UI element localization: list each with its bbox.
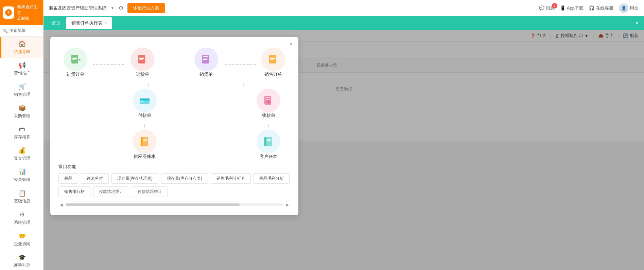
service-icon: 🎧 [589,5,594,11]
topbar-dropdown-icon[interactable]: ▼ [110,6,115,11]
svg-rect-3 [72,57,77,57]
message-icon: 💬 [539,5,544,11]
scroll-thumb [66,203,240,206]
user-profile[interactable]: 👤 用友 [619,3,639,13]
customer-ledger-node[interactable]: 客户账本 [247,130,290,160]
sidebar-item-system[interactable]: ⚙ 系统管理 [0,208,43,229]
sidebar-item-operations[interactable]: 📊 经营管理 [0,165,43,186]
message-badge: 5 [552,3,557,8]
svg-rect-9 [139,58,144,59]
home-icon: 🏠 [18,40,26,48]
svg-rect-15 [269,55,276,64]
sidebar-item-enterprise[interactable]: 🤝 企业协同 [0,229,43,250]
svg-rect-27 [141,137,142,146]
online-service-btn[interactable]: 🎧 在线客服 [589,5,613,11]
cf-btn-payment-stats[interactable]: 付款情况统计 [132,186,168,197]
svg-rect-19 [140,98,150,104]
finance-icon: 💰 [18,147,26,154]
enterprise-icon: 🤝 [18,232,26,240]
svg-text:6: 6 [7,11,10,15]
modal-overlay[interactable]: × 进货订单 [43,30,644,270]
svg-rect-18 [270,59,274,60]
app-logo[interactable]: 6 畅康通好生意 店服版 [0,0,43,25]
supplier-ledger-node[interactable]: 供应商账本 [123,130,166,160]
sales-order-node[interactable]: 销售订单 [256,48,290,77]
payment-bill-icon [133,89,157,112]
newbie-icon: 🎓 [18,254,26,261]
logo-text: 畅康通好生意 店服版 [17,4,40,21]
scroll-track[interactable] [66,203,283,206]
topbar: 装备及固定资产辅助管理系统 ▼ ⚙ 体验行业方案 💬 消息 5 📱 App下载 … [43,0,644,16]
purchase-bill-icon [130,48,154,71]
sales-bill-icon [194,48,218,71]
sidebar-item-newbie[interactable]: 🎓 新手引导 [0,250,43,270]
purchase-bill-node[interactable]: 进货单 [125,48,160,77]
receipt-bill-node[interactable]: ¥ 收款单 [247,89,290,119]
marketing-icon: 📢 [18,61,26,69]
sidebar-search[interactable]: 🔍 搜索菜单 [0,25,43,37]
app-download-btn[interactable]: 📱 App下载 [560,5,584,11]
pay-down-arrow: ↓ [123,122,166,129]
svg-rect-17 [270,58,275,59]
modal-scrollbar: ◀ ▶ [58,202,290,207]
cf-btn-product-profit[interactable]: 商品毛利分析 [254,173,290,184]
supplier-ledger-icon [133,130,157,154]
sidebar-item-basic[interactable]: 📋 基础信息 [0,186,43,208]
customer-ledger-icon [257,130,280,154]
sb-down-arrow: ↓ [218,81,269,88]
cf-btn-stock-status[interactable]: 现存量(库存状况表) [111,173,158,184]
system-icon: ⚙ [19,211,25,218]
flow-row3-arrows: ↓ ↓ [123,121,290,130]
svg-rect-21 [141,101,143,102]
message-btn[interactable]: 💬 消息 5 [539,5,555,11]
cf-btn-sales-rank[interactable]: 销售排行榜 [58,186,90,197]
sales-order-icon [261,48,285,71]
rec-down-arrow: ↓ [247,122,290,129]
tab-sales-exec[interactable]: 销售订单执行表 × [66,17,112,29]
sidebar-item-sales[interactable]: 🛒 销售管理 [0,79,43,101]
inventory-icon: 🗃 [19,126,25,133]
flow-row1: 进货订单 → 进 [58,48,290,77]
common-functions-buttons: 商品 往来单位 现存量(库存状况表) 现存量(库存分布表) 销售毛利分析表 商品… [58,173,290,197]
cf-btn-product[interactable]: 商品 [58,173,78,184]
system-title: 装备及固定资产辅助管理系统 [49,5,106,11]
cf-btn-partner[interactable]: 往来单位 [81,173,109,184]
close-all-tabs-btn[interactable]: × [633,19,641,28]
trial-button[interactable]: 体验行业方案 [127,3,165,13]
sales-bill-node[interactable]: 销货单 [189,48,224,77]
svg-text:¥: ¥ [268,100,270,104]
tab-home[interactable]: 首页 [46,17,66,29]
svg-marker-6 [78,59,81,61]
sidebar-item-purchase[interactable]: 📦 采购管理 [0,101,43,122]
logo-icon: 6 [3,6,14,19]
sidebar-item-quick-nav[interactable]: 🏠 快捷导航 [0,37,43,58]
settings-icon[interactable]: ⚙ [119,5,123,11]
scroll-left-btn[interactable]: ◀ [58,202,64,207]
arrow-so-to-sb: ← [223,61,256,77]
search-icon: 🔍 [3,29,8,33]
receipt-bill-icon: ¥ [257,89,280,112]
operations-icon: 📊 [18,168,26,176]
basic-icon: 📋 [18,190,26,197]
flow-row2: 付款单 ¥ 收款单 [123,89,290,119]
payment-bill-node[interactable]: 付款单 [123,89,166,119]
tabs-bar: 首页 销售订单执行表 × × [43,16,644,30]
arrow-po-to-pb: → [93,61,125,77]
common-functions-title: 常用功能 [58,164,290,170]
tab-close-icon[interactable]: × [104,21,107,25]
cf-btn-stock-dist[interactable]: 现存量(库存分布表) [161,173,208,184]
svg-rect-32 [264,137,266,146]
scroll-right-btn[interactable]: ▶ [284,202,290,207]
sidebar: 6 畅康通好生意 店服版 🔍 搜索菜单 🏠 快捷导航 📢 营销推广 🛒 销售管理 [0,0,43,270]
sidebar-item-finance[interactable]: 💰 资金管理 [0,143,43,165]
svg-rect-2 [71,55,78,64]
sidebar-item-inventory[interactable]: 🗃 库存核算 [0,122,43,143]
modal-close-btn[interactable]: × [289,41,293,48]
cf-btn-receipt-stats[interactable]: 收款情况统计 [93,186,129,197]
cf-btn-sales-profit[interactable]: 销售毛利分析表 [211,173,251,184]
flow-row3: 供应商账本 客户账本 [123,130,290,160]
sidebar-item-marketing[interactable]: 📢 营销推广 [0,58,43,79]
purchase-order-node[interactable]: 进货订单 [58,48,93,77]
svg-rect-4 [72,58,77,59]
main-content: 装备及固定资产辅助管理系统 ▼ ⚙ 体验行业方案 💬 消息 5 📱 App下载 … [43,0,644,270]
